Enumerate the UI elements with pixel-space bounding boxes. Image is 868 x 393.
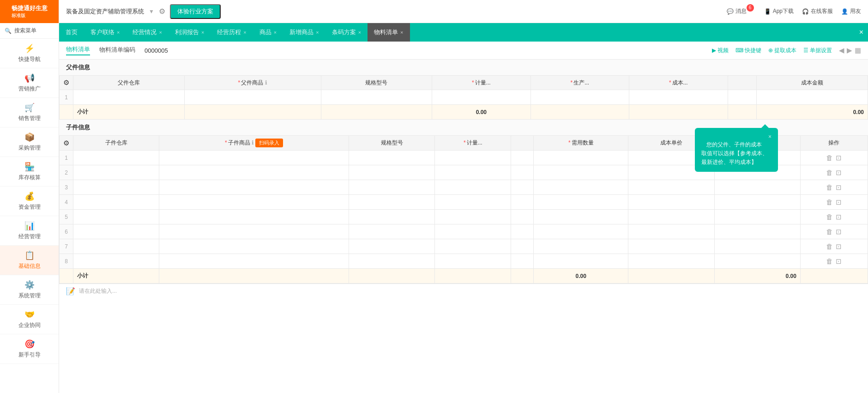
delete-icon-6[interactable]: 🗑 <box>826 228 833 236</box>
child-row-1-qty[interactable] <box>534 151 628 165</box>
parent-row-1-prod[interactable] <box>530 90 629 105</box>
sub-tab-bom[interactable]: 物料清单 <box>66 45 90 55</box>
info-icon-child[interactable]: ℹ <box>252 139 254 146</box>
tab-new-goods[interactable]: 新增商品 × <box>283 23 325 42</box>
parent-row-1-cost[interactable] <box>629 90 728 105</box>
search-menu[interactable]: 🔍 搜索菜单 <box>0 23 59 39</box>
sidebar-item-sales[interactable]: 🛒 销售管理 <box>0 98 59 127</box>
parent-row-1-unit[interactable] <box>432 90 530 105</box>
tab-history[interactable]: 经营历程 × <box>211 23 253 42</box>
action-extract-cost[interactable]: ⊕ 提取成本 <box>768 47 796 54</box>
copy-icon-5[interactable]: ⊡ <box>836 213 842 221</box>
child-row-7-spec[interactable] <box>349 239 434 254</box>
child-row-5-warehouse[interactable] <box>73 210 159 224</box>
child-row-8-qty[interactable] <box>534 254 628 269</box>
child-row-1-goods[interactable] <box>159 151 349 165</box>
next-icon[interactable]: ▶ <box>847 46 852 54</box>
sidebar-item-collab[interactable]: 🤝 企业协同 <box>0 305 59 334</box>
sidebar-item-inventory[interactable]: 🏪 库存核算 <box>0 157 59 187</box>
copy-icon-4[interactable]: ⊡ <box>836 198 842 206</box>
delete-icon-7[interactable]: 🗑 <box>826 242 833 250</box>
child-row-5-unit[interactable] <box>435 210 511 224</box>
sub-tab-code-label[interactable]: 物料清单编码 <box>99 46 135 55</box>
child-row-2-goods[interactable] <box>159 165 349 180</box>
delete-icon-3[interactable]: 🗑 <box>826 183 833 191</box>
child-row-8-goods[interactable] <box>159 254 349 269</box>
parent-col-settings[interactable]: ⚙ <box>60 76 73 90</box>
tab-bom[interactable]: 物料清单 × <box>368 23 410 42</box>
child-row-4-unit[interactable] <box>435 195 511 210</box>
child-row-2-qty[interactable] <box>534 165 628 180</box>
child-row-3-goods[interactable] <box>159 180 349 195</box>
message-item[interactable]: 💬 消息 6 <box>727 7 756 15</box>
sidebar-item-finance[interactable]: 💰 资金管理 <box>0 187 59 216</box>
sidebar-item-quick-nav[interactable]: ⚡ 快捷导航 <box>0 39 59 68</box>
child-row-2-warehouse[interactable] <box>73 165 159 180</box>
child-row-4-spec[interactable] <box>349 195 434 210</box>
app-download-item[interactable]: 📱 App下载 <box>764 7 794 15</box>
child-row-5-goods[interactable] <box>159 210 349 224</box>
tab-profit-close[interactable]: × <box>201 30 204 35</box>
child-row-6-spec[interactable] <box>349 224 434 239</box>
sidebar-item-basic-info[interactable]: 📋 基础信息 <box>0 246 59 275</box>
user-item[interactable]: 👤 用友 <box>841 7 861 15</box>
copy-icon-1[interactable]: ⊡ <box>836 154 842 162</box>
child-row-7-qty[interactable] <box>534 239 628 254</box>
delete-icon-2[interactable]: 🗑 <box>826 169 833 176</box>
child-row-7-goods[interactable] <box>159 239 349 254</box>
action-single-settings[interactable]: ☰ 单据设置 <box>803 47 832 54</box>
sidebar-item-purchase[interactable]: 📦 采购管理 <box>0 127 59 157</box>
child-row-6-unit[interactable] <box>435 224 511 239</box>
tab-history-close[interactable]: × <box>243 30 246 35</box>
sidebar-item-guide[interactable]: 🎯 新手引导 <box>0 334 59 364</box>
parent-row-1-spec[interactable] <box>321 90 432 105</box>
tab-goods-close[interactable]: × <box>274 30 277 35</box>
copy-icon-6[interactable]: ⊡ <box>836 228 842 236</box>
scroll-area[interactable]: × 您的父件、子件的成本取值可以选择【参考成本、最新进价、平均成本】 父件信息 … <box>59 60 868 393</box>
child-row-3-warehouse[interactable] <box>73 180 159 195</box>
child-row-3-qty[interactable] <box>534 180 628 195</box>
parent-row-1-warehouse[interactable] <box>73 90 185 105</box>
child-row-6-warehouse[interactable] <box>73 224 159 239</box>
info-icon-parent[interactable]: ℹ <box>265 79 267 86</box>
child-row-4-warehouse[interactable] <box>73 195 159 210</box>
copy-icon-3[interactable]: ⊡ <box>836 183 842 192</box>
child-row-2-spec[interactable] <box>349 165 434 180</box>
tab-home[interactable]: 首页 <box>59 23 84 42</box>
tab-customer[interactable]: 客户联络 × <box>84 23 126 42</box>
topbar-dropdown-arrow[interactable]: ▼ <box>149 8 154 15</box>
tab-barcode-close[interactable]: × <box>358 30 361 35</box>
child-row-3-unit[interactable] <box>435 180 511 195</box>
child-row-4-goods[interactable] <box>159 195 349 210</box>
action-shortcut[interactable]: ⌨ 快捷键 <box>735 47 761 54</box>
tab-goods[interactable]: 商品 × <box>253 23 283 42</box>
bottom-hint-text[interactable]: 请在此处输入... <box>79 287 117 295</box>
child-row-5-spec[interactable] <box>349 210 434 224</box>
close-all-tabs[interactable]: × <box>855 28 868 36</box>
tooltip-close-btn[interactable]: × <box>768 133 772 141</box>
child-row-1-warehouse[interactable] <box>73 151 159 165</box>
tab-operations-close[interactable]: × <box>159 30 162 35</box>
child-row-7-warehouse[interactable] <box>73 239 159 254</box>
online-service-item[interactable]: 🎧 在线客服 <box>802 7 833 15</box>
child-row-5-qty[interactable] <box>534 210 628 224</box>
prev-icon[interactable]: ◀ <box>839 46 844 54</box>
delete-icon-4[interactable]: 🗑 <box>826 198 833 206</box>
child-row-3-spec[interactable] <box>349 180 434 195</box>
child-row-1-unit[interactable] <box>435 151 511 165</box>
child-row-2-unit[interactable] <box>435 165 511 180</box>
parent-row-1-goods[interactable] <box>184 90 321 105</box>
sidebar-item-operations[interactable]: 📊 经营管理 <box>0 216 59 246</box>
tab-new-goods-close[interactable]: × <box>316 30 319 35</box>
sidebar-item-system[interactable]: ⚙️ 系统管理 <box>0 275 59 305</box>
copy-icon-2[interactable]: ⊡ <box>836 169 842 177</box>
child-row-8-warehouse[interactable] <box>73 254 159 269</box>
delete-icon-8[interactable]: 🗑 <box>826 257 833 265</box>
tab-barcode[interactable]: 条码方案 × <box>326 23 368 42</box>
child-row-6-goods[interactable] <box>159 224 349 239</box>
delete-icon-1[interactable]: 🗑 <box>826 154 833 162</box>
grid-icon[interactable]: ▦ <box>855 46 861 54</box>
copy-icon-8[interactable]: ⊡ <box>836 257 842 266</box>
scan-btn[interactable]: 扫码录入 <box>255 139 283 147</box>
tab-bom-close[interactable]: × <box>400 30 403 35</box>
